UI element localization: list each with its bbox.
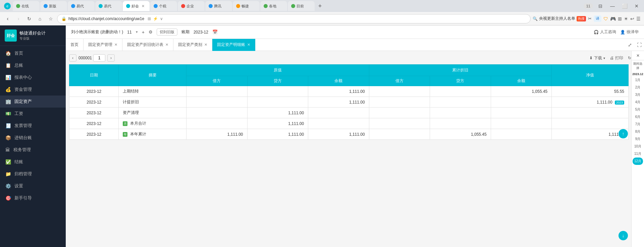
panel-close-btn[interactable]: ✕ — [632, 51, 644, 60]
tab-close-icon[interactable]: ✕ — [114, 43, 117, 47]
table-row: 2023-12 资产清理 1,111.00 — [69, 108, 629, 118]
sidebar-item-settings[interactable]: ⚙️ 设置 — [0, 180, 66, 192]
fund-icon: 💰 — [5, 87, 11, 92]
period-month-2[interactable]: 2月 — [632, 84, 644, 91]
browser-tab[interactable]: 各地 — [260, 1, 287, 11]
download-icon: ⬇ — [589, 56, 593, 60]
fixed-asset-icon: 🏢 — [5, 99, 11, 104]
sidebar-item-inventory[interactable]: 📦 进销台账 — [0, 132, 66, 144]
period-month-5[interactable]: 5月 — [632, 106, 644, 113]
grid-icon[interactable]: ⊞ — [618, 16, 622, 21]
new-tab-button[interactable]: + — [315, 1, 325, 11]
home-button[interactable]: ⌂ — [36, 14, 44, 23]
address-bar[interactable]: 🔒 https://cloud.chanjet.com/accounting/u… — [57, 14, 531, 23]
service-btn[interactable]: 🎧 人工咨询 — [594, 29, 616, 35]
browser-tab[interactable]: 腾讯 — [205, 1, 232, 11]
scroll-up-btn[interactable]: ↑ — [619, 129, 628, 138]
reload-button[interactable]: ↻ — [25, 14, 34, 23]
sidebar-item-payroll[interactable]: 💵 工资 — [0, 108, 66, 120]
period-month-4[interactable]: 4月 — [632, 99, 644, 106]
page-number-input[interactable] — [93, 54, 105, 62]
print-btn[interactable]: 🖨 打印 — [610, 55, 623, 61]
tab-close-icon[interactable]: ✕ — [247, 43, 250, 47]
cell-dep-debit — [369, 86, 430, 97]
sidebar-item-ledger[interactable]: 📋 总账 — [0, 59, 66, 71]
lightning-icon: ⚡ — [153, 16, 158, 21]
page-tab-dep-stat[interactable]: 固定资产折旧统计表 ✕ — [122, 39, 173, 51]
page-tab-fixed-mgmt[interactable]: 固定资产管理 ✕ — [84, 39, 122, 51]
cell-net-value — [552, 118, 629, 129]
shield-icon[interactable]: 🛡 — [603, 16, 608, 21]
browser-tab[interactable]: 目前 — [288, 1, 315, 11]
back-button[interactable]: ‹ — [3, 14, 12, 23]
tab-label: 易代 — [76, 4, 84, 9]
browser-tab[interactable]: 个税 — [150, 1, 177, 11]
service-label: 人工咨询 — [600, 29, 616, 35]
tab-label: 个税 — [159, 4, 166, 9]
browser-tab-active[interactable]: 好会 ✕ — [123, 1, 150, 11]
app-header: 刘小艳演示账套 (勿删勿动！) 11 ▾ + ⚙ 切到旧版 账期 2023-12… — [66, 25, 644, 39]
sidebar-item-archive[interactable]: 📁 归档管理 — [0, 168, 66, 180]
browser-tab[interactable]: 企业 — [178, 1, 205, 11]
tab-close-icon[interactable]: ✕ — [204, 43, 207, 47]
sidebar-item-closing[interactable]: ✅ 结账 — [0, 156, 66, 168]
switch-version-btn[interactable]: 切到旧版 — [157, 28, 177, 36]
next-page-btn[interactable]: › — [107, 54, 115, 62]
gamepad-icon[interactable]: 🎮 — [610, 16, 616, 21]
period-month-7[interactable]: 7月 — [632, 121, 644, 128]
period-month-3[interactable]: 3月 — [632, 91, 644, 99]
browser-tab[interactable]: 在线 — [13, 1, 40, 11]
settings-small-icon[interactable]: ⚙ — [149, 29, 153, 35]
sidebar-item-report[interactable]: 📊 报表中心 — [0, 71, 66, 83]
browser-tab[interactable]: 新版 — [40, 1, 67, 11]
browser-tab[interactable]: 畅捷 — [233, 1, 260, 11]
col-dep-debit: 借方 — [369, 76, 430, 86]
bookmark-button[interactable]: ☆ — [46, 14, 55, 23]
window-maximize-btn[interactable]: ⬜ — [620, 1, 629, 11]
sidebar-item-tax[interactable]: 🏛 税务管理 — [0, 144, 66, 156]
brightness-icon[interactable]: ☀ — [624, 16, 628, 21]
page-tab-home[interactable]: 首页 — [66, 39, 84, 51]
window-close-btn[interactable]: ✕ — [632, 1, 641, 11]
dropdown-icon[interactable]: ∨ — [160, 16, 163, 21]
page-maximize-btn[interactable]: ⤢ — [625, 39, 635, 51]
download-btn[interactable]: ⬇ 下载 ▾ — [589, 55, 605, 61]
sidebar-item-fixed[interactable]: 🏢 固定资产 — [0, 96, 66, 108]
forward-button[interactable]: › — [14, 14, 23, 23]
period-month-12-active[interactable]: 12月 — [633, 158, 643, 165]
period-month-10[interactable]: 10月 — [632, 143, 644, 150]
browser-tab[interactable]: 易代 — [68, 1, 95, 11]
main-content: 刘小艳演示账套 (勿删勿动！) 11 ▾ + ⚙ 切到旧版 账期 2023-12… — [66, 25, 644, 247]
period-month-1[interactable]: 1月 — [632, 76, 644, 84]
browser-tab[interactable]: 易代 — [95, 1, 122, 11]
window-minimize-btn[interactable]: — — [608, 1, 617, 11]
scroll-down-btn[interactable]: ↓ — [619, 231, 628, 240]
sidebar-item-guide[interactable]: 🎯 新手引导 — [0, 192, 66, 204]
tab-close-icon[interactable]: ✕ — [165, 43, 168, 47]
window-restore-btn[interactable]: ⊟ — [596, 1, 605, 11]
period-month-6[interactable]: 6月 — [632, 113, 644, 121]
page-tab-cat[interactable]: 固定资产类别 ✕ — [173, 39, 212, 51]
period-month-11[interactable]: 11月 — [632, 150, 644, 158]
add-account-btn[interactable]: + — [142, 29, 145, 35]
period-month-8[interactable]: 8月 — [632, 128, 644, 135]
tab-close-icon[interactable]: ✕ — [142, 4, 145, 8]
sidebar-item-home[interactable]: 🏠 首页 — [0, 47, 66, 59]
translate-icon[interactable]: 译 — [594, 15, 601, 22]
page-tab-detail-active[interactable]: 固定资产明细账 ✕ — [212, 39, 255, 51]
tab-label: 固定资产折旧统计表 — [127, 42, 163, 48]
summary-text: 本月合计 — [130, 121, 146, 126]
calendar-icon[interactable]: 📅 — [212, 29, 218, 35]
notification-badge[interactable]: 11 — [584, 3, 593, 9]
page-fullscreen-btn[interactable]: ⛶ — [635, 39, 644, 51]
sidebar-item-fund[interactable]: 💰 资金管理 — [0, 83, 66, 96]
menu-icon[interactable]: ☰ — [636, 16, 641, 21]
scissors-icon[interactable]: ✂ — [588, 16, 592, 21]
user-avatar-btn[interactable]: 👤 徐泽华 — [620, 29, 639, 35]
user-label: 徐泽华 — [627, 29, 639, 35]
dropdown-arrow[interactable]: ▾ — [136, 30, 138, 34]
history-icon[interactable]: ↩ — [630, 16, 634, 21]
prev-page-btn[interactable]: ‹ — [69, 54, 76, 62]
sidebar-item-invoice[interactable]: 🧾 发票管理 — [0, 120, 66, 132]
period-month-9[interactable]: 9月 — [632, 135, 644, 143]
